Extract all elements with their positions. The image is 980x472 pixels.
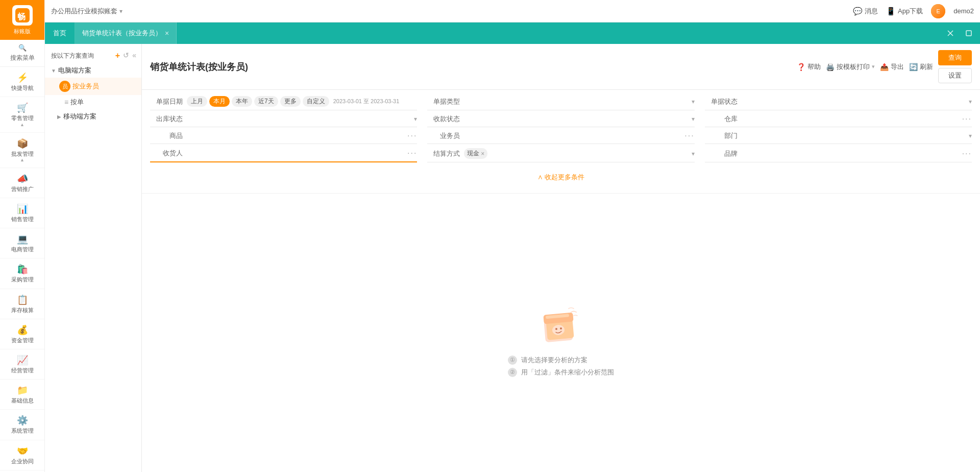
search-label: 搜索菜单 bbox=[10, 54, 35, 62]
goods-filter-item: 商品 ··· bbox=[150, 131, 417, 144]
enterprise-label: 企业协同 bbox=[11, 458, 34, 465]
doc-type-label: 单据类型 bbox=[427, 97, 464, 106]
tab-home[interactable]: 首页 bbox=[45, 22, 75, 44]
sidebar-search[interactable]: 🔍 搜索菜单 bbox=[0, 40, 44, 67]
tree-group-pc: ▼ 电脑端方案 员 按业务员 ≡ 按单 bbox=[45, 63, 141, 109]
settings-button[interactable]: 设置 bbox=[938, 68, 972, 83]
doc-type-select[interactable]: ▾ bbox=[464, 98, 694, 105]
help-icon: ❓ bbox=[797, 63, 805, 71]
finance-icon: 💰 bbox=[17, 324, 28, 336]
tree-group-mobile-arrow: ▶ bbox=[57, 114, 61, 120]
shortcut-label: 快捷导航 bbox=[11, 85, 34, 91]
sidebar-item-purchase[interactable]: 🛍️ 采购管理 bbox=[0, 258, 44, 289]
receiver-select[interactable]: ··· bbox=[187, 149, 417, 158]
date-btn-this-month[interactable]: 本月 bbox=[209, 96, 230, 107]
action-buttons: 查询 设置 bbox=[938, 50, 972, 83]
date-btn-last-month[interactable]: 上月 bbox=[187, 96, 207, 107]
add-scheme-btn[interactable]: + bbox=[115, 51, 120, 60]
sidebar-item-sales[interactable]: 📊 销售管理 bbox=[0, 198, 44, 228]
wholesale-label: 批发管理 bbox=[11, 151, 34, 157]
payment-label: 结算方式 bbox=[427, 149, 464, 158]
tab-home-label: 首页 bbox=[53, 29, 66, 38]
payment-select[interactable]: 现金 × ▾ bbox=[464, 148, 694, 159]
print-arrow: ▾ bbox=[872, 63, 875, 70]
finance-label: 资金管理 bbox=[11, 337, 34, 344]
username-label[interactable]: demo2 bbox=[953, 7, 974, 15]
sidebar-item-enterprise[interactable]: 🤝 企业协同 bbox=[0, 440, 44, 470]
sidebar-item-operation[interactable]: 📈 经营管理 bbox=[0, 349, 44, 380]
left-panel: 按以下方案查询 + ↺ « ▼ 电脑端方案 员 按业务员 ≡ 按 bbox=[45, 44, 142, 472]
salesman-select[interactable]: ··· bbox=[464, 131, 694, 140]
sidebar-item-marketing[interactable]: 📣 营销推广 bbox=[0, 168, 44, 198]
retail-icon: 🛒 bbox=[17, 102, 28, 113]
sidebar-item-ecommerce[interactable]: 💻 电商管理 bbox=[0, 228, 44, 258]
page-title: 销货单统计表(按业务员) bbox=[150, 61, 248, 73]
left-panel-header-actions: + ↺ « bbox=[115, 51, 136, 60]
tree-group-mobile-header[interactable]: ▶ 移动端方案 bbox=[45, 109, 141, 124]
sidebar-logo[interactable]: 畅 标账版 bbox=[0, 0, 44, 40]
tab-active[interactable]: 销货单统计表（按业务员） × bbox=[75, 22, 177, 44]
tree-group-pc-header[interactable]: ▼ 电脑端方案 bbox=[45, 63, 141, 78]
tree-item-salesman-label: 按业务员 bbox=[72, 82, 99, 91]
goods-select[interactable]: ··· bbox=[187, 131, 417, 140]
sales-label: 销售管理 bbox=[11, 216, 34, 223]
tab-maximize-btn[interactable] bbox=[962, 26, 976, 40]
page-header-actions: ❓ 帮助 🖨️ 按模板打印 ▾ 📤 导出 � bbox=[797, 50, 972, 83]
date-filter-item: 单据日期 上月 本月 本年 近7天 更多 自定义 2023-03-01 至 20… bbox=[150, 96, 417, 110]
operation-icon: 📈 bbox=[17, 355, 28, 366]
tab-close-btn[interactable]: × bbox=[165, 29, 169, 37]
refresh-label: 刷新 bbox=[920, 62, 933, 72]
warehouse-select[interactable]: ··· bbox=[742, 114, 972, 124]
out-status-filter-item: 出库状态 ▾ bbox=[150, 114, 417, 127]
tree-item-salesman[interactable]: 员 按业务员 bbox=[45, 78, 141, 95]
date-btn-custom[interactable]: 自定义 bbox=[303, 96, 329, 107]
user-avatar[interactable]: E bbox=[931, 4, 945, 18]
sidebar-item-basic[interactable]: 📁 基础信息 bbox=[0, 380, 44, 410]
order-icon: ≡ bbox=[64, 98, 68, 106]
system-icon: ⚙️ bbox=[17, 415, 28, 426]
filter-row-4: 收货人 ··· 结算方式 现金 × ▾ bbox=[150, 148, 972, 162]
page-header: 销货单统计表(按业务员) ❓ 帮助 🖨️ 按模板打印 ▾ 📤 bbox=[142, 44, 980, 90]
content-area: 按以下方案查询 + ↺ « ▼ 电脑端方案 员 按业务员 ≡ 按 bbox=[45, 44, 980, 472]
dept-select[interactable]: ▾ bbox=[742, 132, 972, 139]
app-download-label: App下载 bbox=[898, 7, 923, 16]
out-status-select[interactable]: ▾ bbox=[187, 115, 417, 123]
filter-container: 单据日期 上月 本月 本年 近7天 更多 自定义 2023-03-01 至 20… bbox=[142, 90, 980, 194]
sidebar-item-wholesale[interactable]: 📦 批发管理 ▲ bbox=[0, 133, 44, 168]
refresh-scheme-btn[interactable]: ↺ bbox=[123, 51, 129, 60]
sidebar-item-retail[interactable]: 🛒 零售管理 ▲ bbox=[0, 97, 44, 132]
tree-sub-item-order[interactable]: ≡ 按单 bbox=[45, 95, 141, 109]
sidebar-item-system[interactable]: ⚙️ 系统管理 bbox=[0, 410, 44, 440]
sidebar-item-shortcut[interactable]: ⚡ 快捷导航 bbox=[0, 67, 44, 97]
sidebar-item-inventory[interactable]: 📋 库存核算 bbox=[0, 289, 44, 319]
pay-status-label: 收款状态 bbox=[427, 114, 464, 124]
doc-status-select[interactable]: ▾ bbox=[742, 98, 972, 105]
help-btn[interactable]: ❓ 帮助 bbox=[797, 62, 821, 72]
collapse-btn[interactable]: ∧ 收起更多条件 bbox=[534, 170, 588, 185]
warehouse-filter-item: 仓库 ··· bbox=[705, 114, 972, 127]
collapse-panel-btn[interactable]: « bbox=[132, 51, 136, 60]
app-download-btn[interactable]: 📱 App下载 bbox=[886, 7, 923, 16]
basic-label: 基础信息 bbox=[11, 397, 34, 404]
ecommerce-label: 电商管理 bbox=[11, 246, 34, 253]
topbar: 办公用品行业模拟账套 ▾ 💬 消息 📱 App下载 E demo2 bbox=[45, 0, 980, 22]
brand-select[interactable]: ··· bbox=[742, 149, 972, 158]
date-btn-this-year[interactable]: 本年 bbox=[232, 96, 252, 107]
query-button[interactable]: 查询 bbox=[938, 50, 972, 65]
hint-1-num: ① bbox=[508, 356, 517, 365]
tab-minimize-btn[interactable] bbox=[943, 26, 958, 40]
pay-status-select[interactable]: ▾ bbox=[464, 115, 694, 123]
sidebar-item-finance[interactable]: 💰 资金管理 bbox=[0, 319, 44, 349]
date-btn-7days[interactable]: 近7天 bbox=[254, 96, 278, 107]
empty-hint-1: ① 请先选择要分析的方案 bbox=[508, 356, 614, 365]
export-btn[interactable]: 📤 导出 bbox=[880, 62, 904, 72]
goods-label: 商品 bbox=[150, 131, 187, 140]
dept-filter-item: 部门 ▾ bbox=[705, 131, 972, 144]
payment-tag-close[interactable]: × bbox=[481, 150, 484, 157]
topbar-app-name[interactable]: 办公用品行业模拟账套 ▾ bbox=[51, 7, 847, 16]
message-btn[interactable]: 💬 消息 bbox=[853, 7, 878, 16]
print-btn[interactable]: 🖨️ 按模板打印 ▾ bbox=[826, 62, 875, 72]
payment-arrow: ▾ bbox=[692, 150, 695, 157]
date-btn-more[interactable]: 更多 bbox=[280, 96, 301, 107]
refresh-btn[interactable]: 🔄 刷新 bbox=[909, 62, 933, 72]
